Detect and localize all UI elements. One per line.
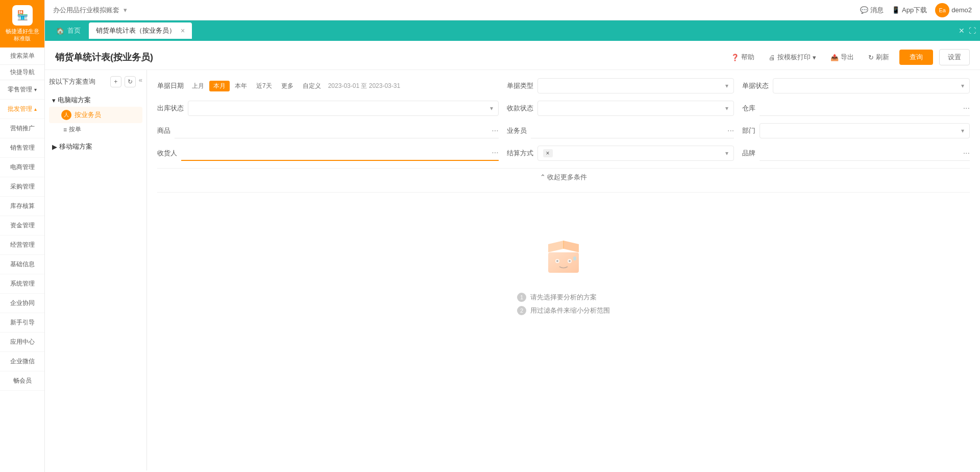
date-tab-this-month[interactable]: 本月 [209, 81, 230, 91]
collection-status-label: 收款状态 [507, 104, 533, 113]
out-status-control[interactable]: ▾ [188, 101, 499, 116]
filter-department: 部门 ▾ [742, 123, 970, 138]
receiver-dots: ··· [492, 148, 498, 157]
settlement-control[interactable]: × ▾ [537, 146, 734, 161]
user-name-label: demo2 [951, 6, 972, 14]
messages-button[interactable]: 💬 消息 [860, 6, 884, 15]
scheme-icon-salesperson: 人 [61, 110, 71, 120]
sidebar-item-basic[interactable]: 基础信息 [0, 255, 44, 274]
salesperson-dots: ··· [727, 126, 734, 135]
left-panel-title: 按以下方案查询 [49, 77, 95, 86]
collapse-more-button[interactable]: ⌃ 收起更多条件 [157, 168, 970, 186]
app-download-label: App下载 [902, 6, 927, 15]
tab-sales-stat[interactable]: 销货单统计表（按业务员） × [89, 22, 192, 39]
order-status-control[interactable]: ▾ [773, 78, 970, 93]
close-window-icon[interactable]: ✕ [959, 27, 965, 35]
print-button[interactable]: 🖨 按模板打印 ▾ [765, 51, 820, 64]
svg-marker-1 [548, 241, 564, 252]
sidebar-item-operation[interactable]: 经营管理 [0, 235, 44, 255]
svg-point-8 [573, 256, 576, 261]
breadcrumb-dropdown-icon[interactable]: ▾ [124, 6, 127, 14]
mobile-scheme-title[interactable]: ▶ 移动端方案 [49, 140, 142, 153]
scheme-sub-label: 按单 [69, 125, 81, 134]
filter-receiver: 收货人 ··· [157, 146, 499, 161]
sidebar-shortcut[interactable]: 快捷导航 [0, 65, 44, 80]
sidebar-item-wholesale[interactable]: 批发管理 ▴ [0, 100, 44, 119]
department-control[interactable]: ▾ [760, 123, 970, 138]
sidebar-item-system[interactable]: 系统管理 [0, 274, 44, 294]
maximize-window-icon[interactable]: ⛶ [969, 27, 976, 35]
sidebar-item-ecommerce[interactable]: 电商管理 [0, 158, 44, 177]
scheme-item-salesperson[interactable]: 人 按业务员 [49, 107, 142, 123]
step-2-num: 2 [517, 306, 526, 315]
scheme-sub-icon: ≡ [63, 126, 67, 133]
sidebar-item-enterprise[interactable]: 企业协同 [0, 294, 44, 313]
desktop-scheme-label: 电脑端方案 [58, 96, 91, 105]
help-icon: ❓ [731, 54, 739, 61]
warehouse-control[interactable]: ··· [760, 101, 970, 116]
warehouse-dots: ··· [963, 104, 970, 113]
goods-label: 商品 [157, 126, 170, 135]
divider [157, 192, 970, 193]
collection-status-control[interactable]: ▾ [537, 101, 734, 116]
filter-collection-status: 收款状态 ▾ [507, 101, 734, 116]
help-button[interactable]: ❓ 帮助 [727, 51, 758, 64]
sidebar-item-marketing[interactable]: 营销推广 [0, 119, 44, 138]
sidebar-item-purchase[interactable]: 采购管理 [0, 177, 44, 197]
sidebar-item-finance[interactable]: 资金管理 [0, 216, 44, 235]
tab-home[interactable]: 🏠 首页 [49, 22, 88, 39]
order-type-chevron: ▾ [725, 82, 728, 89]
add-scheme-button[interactable]: + [110, 76, 121, 87]
help-label: 帮助 [741, 53, 754, 62]
sidebar-item-inventory[interactable]: 库存核算 [0, 197, 44, 216]
left-panel-icons: + ↻ « [110, 76, 142, 87]
print-dropdown-icon: ▾ [813, 54, 816, 61]
app-download-button[interactable]: 📱 App下载 [892, 6, 927, 15]
filter-settlement: 结算方式 × ▾ [507, 146, 734, 161]
date-tab-more[interactable]: 更多 [277, 81, 298, 91]
date-tab-custom[interactable]: 自定义 [299, 81, 325, 91]
sidebar-item-sales[interactable]: 销售管理 [0, 138, 44, 158]
left-panel-header: 按以下方案查询 + ↻ « [49, 76, 142, 87]
refresh-scheme-button[interactable]: ↻ [125, 76, 136, 87]
order-type-control[interactable]: ▾ [537, 78, 734, 93]
salesperson-control[interactable]: ··· [531, 123, 734, 138]
date-tab-7days[interactable]: 近7天 [252, 81, 276, 91]
scheme-sub-order[interactable]: ≡ 按单 [49, 123, 142, 136]
sidebar-item-appstore[interactable]: 应用中心 [0, 333, 44, 352]
collapse-panel-button[interactable]: « [139, 76, 142, 87]
receiver-control[interactable]: ··· [181, 146, 499, 161]
empty-icon [538, 229, 589, 280]
breadcrumb-area: 办公用品行业模拟账套 ▾ [53, 6, 127, 15]
query-button[interactable]: 查询 [899, 50, 933, 65]
brand-control[interactable]: ··· [760, 146, 970, 161]
content-area: 销货单统计表(按业务员) ❓ 帮助 🖨 按模板打印 ▾ 📤 导出 ↻ 刷新 [45, 41, 980, 472]
sidebar-item-retail[interactable]: 零售管理 ▾ [0, 80, 44, 100]
user-profile[interactable]: Ea demo2 [935, 3, 972, 17]
tab-close-icon[interactable]: × [181, 27, 185, 35]
goods-control[interactable]: ··· [175, 123, 499, 138]
home-icon: 🏠 [56, 27, 64, 35]
page-title: 销货单统计表(按业务员) [55, 51, 153, 63]
warehouse-label: 仓库 [742, 104, 755, 113]
logo-text: 畅捷通好生意 [6, 28, 39, 35]
settlement-tag[interactable]: × [543, 149, 553, 157]
mobile-scheme-label: 移动端方案 [59, 142, 92, 151]
refresh-button[interactable]: ↻ 刷新 [864, 51, 893, 64]
scheme-label-salesperson: 按业务员 [75, 110, 101, 120]
main-area: 办公用品行业模拟账套 ▾ 💬 消息 📱 App下载 Ea demo2 🏠 首页 [45, 0, 980, 472]
desktop-scheme-title[interactable]: ▾ 电脑端方案 [49, 93, 142, 107]
settings-button[interactable]: 设置 [939, 49, 970, 65]
date-range: 2023-03-01 至 2023-03-31 [328, 82, 400, 90]
sidebar-item-member[interactable]: 畅会员 [0, 371, 44, 391]
sidebar-logo[interactable]: 🏪 畅捷通好生意 标准版 [0, 0, 44, 48]
page-title-bar: 销货单统计表(按业务员) ❓ 帮助 🖨 按模板打印 ▾ 📤 导出 ↻ 刷新 [45, 41, 980, 70]
svg-marker-2 [564, 241, 579, 252]
export-button[interactable]: 📤 导出 [826, 51, 858, 64]
date-tab-this-year[interactable]: 本年 [231, 81, 251, 91]
sidebar-search[interactable]: 搜索菜单 [0, 48, 44, 65]
sidebar-item-wechat[interactable]: 企业微信 [0, 352, 44, 371]
sidebar-item-newbie[interactable]: 新手引导 [0, 313, 44, 333]
date-tab-last-month[interactable]: 上月 [188, 81, 208, 91]
filter-order-status: 单据状态 ▾ [742, 78, 970, 93]
